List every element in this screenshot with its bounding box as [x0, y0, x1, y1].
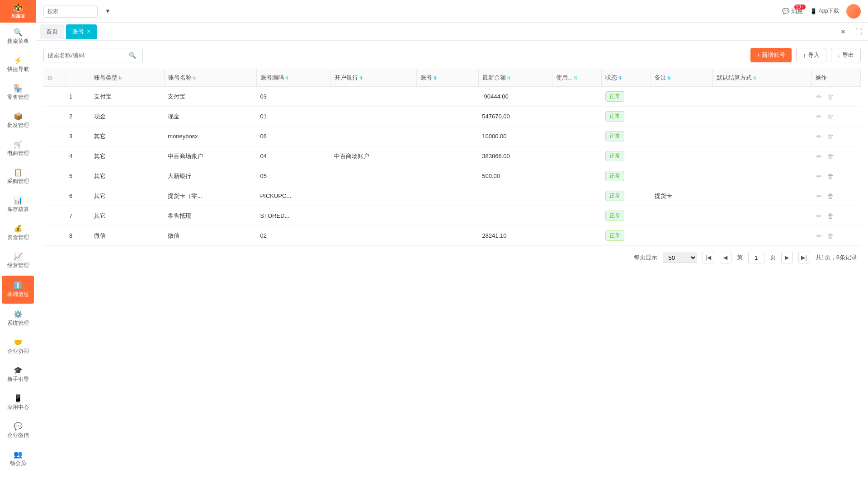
delete-button[interactable]: 🗑 — [826, 211, 835, 221]
cell-code: 06 — [257, 127, 331, 146]
add-account-button[interactable]: + 新增账号 — [750, 48, 792, 62]
delete-button[interactable]: 🗑 — [826, 192, 835, 201]
th-index — [66, 69, 90, 87]
sidebar-item-label: 快捷导航 — [2, 66, 34, 73]
th-status[interactable]: 状态⇅ — [602, 69, 651, 87]
cell-status: 正常 — [602, 206, 651, 226]
th-usage[interactable]: 使用...⇅ — [552, 69, 602, 87]
import-button[interactable]: ↑ 导入 — [796, 48, 826, 62]
sidebar-item-system[interactable]: ⚙️系统管理 — [0, 305, 36, 333]
search-icon: 🔍 — [2, 28, 34, 37]
cell-name: 提货卡（零... — [164, 186, 256, 206]
last-page-button[interactable]: ▶| — [798, 252, 810, 263]
search-input[interactable] — [47, 52, 129, 59]
edit-button[interactable]: ✏ — [815, 132, 824, 141]
table-row: 6 其它 提货卡（零... PICKUPC... 正常 提货卡 ✏ 🗑 — [43, 186, 861, 206]
cell-code: 03 — [257, 87, 331, 107]
sidebar-item-search[interactable]: 🔍搜索菜单 — [0, 23, 36, 51]
delete-button[interactable]: 🗑 — [826, 92, 835, 101]
edit-button[interactable]: ✏ — [815, 211, 824, 221]
th-name[interactable]: 账号名称⇅ — [164, 69, 256, 87]
main-area: ▼ 💬 消息 99+ 📱 App下载 首页账号✕ ✕ ⛶ — [36, 0, 868, 488]
message-button[interactable]: 💬 消息 99+ — [782, 7, 803, 15]
cell-account — [417, 107, 478, 127]
tab-home[interactable]: 首页 — [40, 24, 64, 39]
cell-code: 01 — [257, 107, 331, 127]
sidebar-item-wechat[interactable]: 💬企业微信 — [0, 417, 36, 445]
page-size-select[interactable]: 102050100 — [663, 253, 697, 263]
sidebar-item-inventory[interactable]: 📊库存核算 — [0, 191, 36, 219]
cell-default-settlement — [712, 226, 811, 246]
sidebar-item-ecommerce[interactable]: 🛒电商管理 — [0, 135, 36, 163]
topbar-dropdown[interactable]: ▼ — [105, 8, 111, 14]
app-icon: 📱 — [810, 8, 817, 14]
sidebar-item-label: 经营管理 — [2, 262, 34, 269]
cell-status: 正常 — [602, 87, 651, 107]
tab-expand-controls: ✕ ⛶ — [837, 26, 864, 38]
tab-account[interactable]: 账号✕ — [66, 24, 97, 39]
cell-usage — [552, 146, 602, 166]
cell-usage — [552, 166, 602, 186]
settings-icon: ⚙ — [47, 74, 53, 81]
cell-type: 其它 — [90, 186, 165, 206]
sidebar-item-shortcut[interactable]: ⚡快捷导航 — [0, 51, 36, 79]
th-type[interactable]: 账号类型⇅ — [90, 69, 165, 87]
first-page-button[interactable]: |◀ — [703, 252, 714, 263]
status-badge: 正常 — [605, 91, 624, 102]
next-page-button[interactable]: ▶ — [781, 252, 793, 263]
sidebar-item-guide[interactable]: 🎓新手引导 — [0, 361, 36, 389]
status-badge: 正常 — [605, 151, 624, 161]
sidebar-item-retail[interactable]: 🏪零售管理 — [0, 79, 36, 107]
th-note[interactable]: 备注⇅ — [651, 69, 712, 87]
sidebar-item-purchase[interactable]: 📋采购管理 — [0, 163, 36, 191]
cell-balance: -90444.00 — [478, 87, 552, 107]
cell-index: 6 — [66, 186, 90, 206]
cell-code: 04 — [257, 146, 331, 166]
sidebar-item-operation[interactable]: 📈经营管理 — [0, 247, 36, 275]
table-footer: 每页显示 102050100 |◀ ◀ 第 页 ▶ ▶| 共1页，8条记录 — [43, 246, 861, 269]
th-bank[interactable]: 开户银行⇅ — [330, 69, 417, 87]
edit-button[interactable]: ✏ — [815, 152, 824, 161]
cell-balance: 28241.10 — [478, 226, 552, 246]
edit-button[interactable]: ✏ — [815, 172, 824, 181]
page-input[interactable] — [748, 252, 764, 263]
search-icon[interactable]: 🔍 — [129, 52, 136, 59]
sidebar-item-member[interactable]: 👥畅会员 — [0, 445, 36, 473]
sidebar-item-finance[interactable]: 💰资金管理 — [0, 219, 36, 247]
th-settings[interactable]: ⚙ — [43, 69, 66, 87]
edit-button[interactable]: ✏ — [815, 92, 824, 101]
th-account[interactable]: 账号⇅ — [417, 69, 478, 87]
message-icon: 💬 — [782, 8, 789, 14]
edit-button[interactable]: ✏ — [815, 192, 824, 201]
th-balance[interactable]: 最新余额⇅ — [478, 69, 552, 87]
cell-action: ✏ 🗑 — [811, 206, 860, 226]
delete-button[interactable]: 🗑 — [826, 172, 835, 181]
delete-button[interactable]: 🗑 — [826, 132, 835, 141]
delete-button[interactable]: 🗑 — [826, 112, 835, 121]
delete-button[interactable]: 🗑 — [826, 152, 835, 161]
cell-type: 微信 — [90, 226, 165, 246]
edit-button[interactable]: ✏ — [815, 231, 824, 240]
sidebar-item-label: 企业微信 — [2, 432, 34, 439]
app-download-button[interactable]: 📱 App下载 — [810, 7, 839, 15]
delete-button[interactable]: 🗑 — [826, 231, 835, 240]
minimize-button[interactable]: ✕ — [837, 26, 849, 38]
topbar: ▼ 💬 消息 99+ 📱 App下载 — [36, 0, 868, 23]
avatar[interactable] — [846, 4, 861, 19]
tab-label: 账号 — [72, 28, 84, 36]
sidebar-item-wholesale[interactable]: 📦批发管理 — [0, 107, 36, 135]
cell-bank: 中百商场账户 — [330, 146, 417, 166]
edit-button[interactable]: ✏ — [815, 112, 824, 121]
th-default-settlement[interactable]: 默认结算方式⇅ — [712, 69, 811, 87]
prev-page-button[interactable]: ◀ — [720, 252, 731, 263]
sidebar-item-basic[interactable]: ℹ️基础信息 — [2, 276, 34, 304]
export-button[interactable]: ↓ 导出 — [831, 48, 861, 62]
tab-close-icon[interactable]: ✕ — [87, 29, 90, 34]
sidebar-item-enterprise[interactable]: 🤝企业协同 — [0, 333, 36, 361]
sidebar-item-appcenter[interactable]: 📱应用中心 — [0, 389, 36, 417]
wholesale-icon: 📦 — [2, 112, 34, 121]
cell-type: 现金 — [90, 107, 165, 127]
topbar-search-input[interactable] — [43, 5, 98, 18]
th-code[interactable]: 账号编码⇅ — [257, 69, 331, 87]
maximize-button[interactable]: ⛶ — [853, 26, 864, 38]
